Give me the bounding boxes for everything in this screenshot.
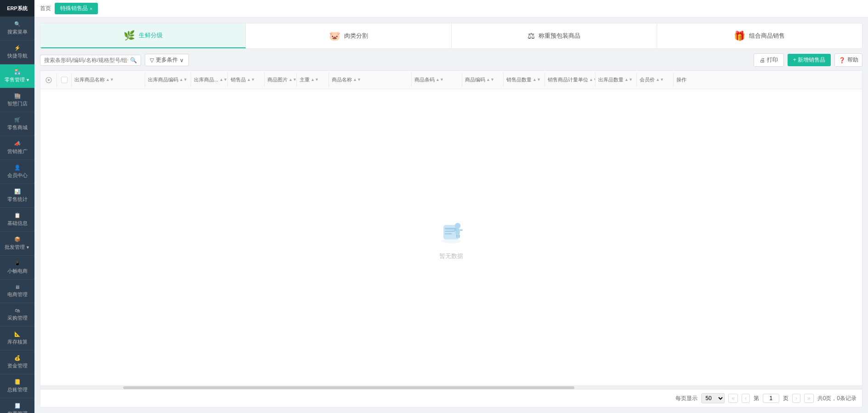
search-icon[interactable]: 🔍 [130, 57, 137, 63]
breadcrumb-home[interactable]: 首页 [40, 5, 51, 12]
sidebar-item-purchase-mgmt[interactable]: 🛍 采购管理 [0, 303, 34, 327]
sort-icon[interactable]: ▲▼ [656, 78, 664, 82]
sidebar-item-label: 电商管理 [7, 291, 28, 298]
first-page-button[interactable]: « [728, 394, 738, 403]
sidebar-item-label: 智慧门店 [7, 100, 28, 107]
sidebar-item-quick-nav[interactable]: ⚡ 快捷导航 [0, 40, 34, 64]
th-unit: 销售商品计量单位 ▲▼ [545, 73, 596, 87]
sort-icon[interactable]: ▲▼ [486, 78, 494, 82]
cat-tab-combo-sales[interactable]: 🎁 组合商品销售 [657, 23, 862, 48]
sort-icon[interactable]: ▲▼ [533, 78, 541, 82]
sidebar-item-inventory[interactable]: 📐 库存核算 [0, 327, 34, 350]
sort-icon[interactable]: ▲▼ [289, 78, 297, 82]
page-suffix: 页 [783, 395, 789, 402]
topbar: 首页 特殊销售品 × [34, 0, 868, 17]
sidebar-item-general-ledger[interactable]: 📒 总账管理 [0, 374, 34, 398]
sidebar-item-basic-info[interactable]: 📋 基础信息 [0, 208, 34, 232]
current-tab[interactable]: 特殊销售品 × [55, 3, 98, 14]
sort-icon[interactable]: ▲▼ [436, 78, 444, 82]
sidebar-item-retail-mgmt[interactable]: 🏪 零售管理 ▼ [0, 64, 34, 88]
cat-tab-label: 生鲜分级 [139, 31, 163, 40]
horizontal-scrollbar[interactable] [40, 385, 862, 389]
sidebar-item-label: 会员中心 [7, 172, 28, 179]
sort-icon[interactable]: ▲▼ [589, 78, 596, 82]
sort-icon[interactable]: ▲▼ [106, 78, 114, 82]
category-tabs: 🌿 生鲜分级 🐷 肉类分割 ⚖ 称重预包装商品 🎁 组合商品销售 [40, 23, 862, 49]
th-member-price: 会员价 ▲▼ [637, 73, 674, 87]
search-box[interactable]: 🔍 [40, 55, 141, 66]
sidebar-item-label: 发票管理 [7, 410, 28, 413]
svg-point-7 [455, 223, 460, 229]
filter-arrow-icon: ∨ [180, 57, 184, 63]
scale-prepack-icon: ⚖ [528, 31, 535, 41]
svg-rect-12 [459, 235, 460, 238]
add-sales-product-button[interactable]: + 新增销售品 [788, 54, 831, 66]
print-label: 打印 [767, 56, 778, 64]
th-sales-product: 销售品 ▲▼ [228, 73, 265, 87]
sidebar-item-ecom-mgmt[interactable]: 🖥 电商管理 [0, 280, 34, 303]
marketing-icon: 📣 [14, 141, 21, 147]
svg-point-1 [48, 79, 50, 81]
page-input[interactable] [763, 394, 779, 403]
help-button[interactable]: ❓ 帮助 [834, 53, 862, 67]
sort-icon[interactable]: ▲▼ [311, 78, 319, 82]
sidebar-item-invoice-mgmt[interactable]: 🧾 发票管理 [0, 398, 34, 413]
scrollbar-thumb[interactable] [123, 386, 574, 389]
sort-icon[interactable]: ▲▼ [247, 78, 255, 82]
search-input[interactable] [44, 57, 128, 63]
th-product-name: 商品名称 ▲▼ [329, 73, 412, 87]
filter-label: 更多条件 [156, 56, 178, 64]
th-outlet-code: 出库商品编码 ▲▼ [145, 73, 191, 87]
sidebar-item-label: 零售管理 [5, 76, 25, 83]
sort-icon[interactable]: ▲▼ [179, 78, 187, 82]
sidebar-item-marketing[interactable]: 📣 营销推广 [0, 136, 34, 160]
print-button[interactable]: 🖨 打印 [754, 53, 784, 67]
sidebar-item-label: 总账管理 [7, 386, 28, 393]
sort-icon[interactable]: ▲▼ [353, 78, 361, 82]
combo-sales-icon: 🎁 [734, 30, 745, 41]
svg-rect-11 [456, 235, 458, 238]
sidebar-item-retail-mall[interactable]: 🛒 零售商城 [0, 112, 34, 136]
general-ledger-icon: 📒 [14, 379, 21, 385]
cat-tab-label: 肉类分割 [344, 32, 368, 40]
prev-page-button[interactable]: ‹ [742, 394, 750, 403]
sidebar-item-label: 采购管理 [7, 315, 28, 321]
finance-icon: 💰 [14, 355, 21, 361]
tab-close-icon[interactable]: × [90, 6, 92, 11]
th-settings[interactable] [40, 73, 57, 87]
current-tab-label: 特殊销售品 [60, 5, 88, 12]
quick-nav-icon: ⚡ [14, 45, 21, 51]
cat-tab-meat-cut[interactable]: 🐷 肉类分割 [246, 23, 451, 48]
sidebar-item-search-menu[interactable]: 🔍 搜索菜单 [0, 17, 34, 40]
content-area: 🌿 生鲜分级 🐷 肉类分割 ⚖ 称重预包装商品 🎁 组合商品销售 🔍 [34, 17, 868, 413]
filter-button[interactable]: ▽ 更多条件 ∨ [145, 54, 189, 66]
last-page-button[interactable]: » [804, 394, 814, 403]
cat-tab-fresh-grade[interactable]: 🌿 生鲜分级 [40, 23, 246, 48]
sidebar-item-wholesale-mgmt[interactable]: 📦 批发管理 ▼ [0, 232, 34, 256]
sidebar-item-label: 快捷导航 [7, 52, 28, 59]
print-icon: 🖨 [760, 57, 765, 63]
sidebar-item-finance[interactable]: 💰 资金管理 [0, 350, 34, 374]
sidebar-item-smart-store[interactable]: 🏬 智慧门店 [0, 88, 34, 112]
cat-tab-label: 组合商品销售 [749, 32, 785, 40]
th-product-code: 商品编码 ▲▼ [462, 73, 504, 87]
th-outlet-name: 出库商品名称 ▲▼ [72, 73, 145, 87]
empty-illustration [433, 214, 470, 247]
cat-tab-scale-prepack[interactable]: ⚖ 称重预包装商品 [452, 23, 657, 48]
table-header: 出库商品名称 ▲▼ 出库商品编码 ▲▼ 出库商品... ▲▼ 销售品 ▲▼ 商品… [40, 71, 862, 89]
sidebar-item-member-center[interactable]: 👤 会员中心 [0, 160, 34, 184]
retail-mall-icon: 🛒 [14, 117, 21, 123]
th-barcode: 商品条码 ▲▼ [412, 73, 462, 87]
per-page-select[interactable]: 10 20 50 100 [701, 393, 725, 403]
sidebar-item-label: 小畅电商 [7, 268, 28, 275]
meat-cut-icon: 🐷 [329, 30, 340, 41]
sort-icon[interactable]: ▲▼ [219, 78, 227, 82]
next-page-button[interactable]: › [792, 394, 800, 403]
sidebar-item-retail-stats[interactable]: 📊 零售统计 [0, 184, 34, 208]
sort-icon[interactable]: ▲▼ [624, 78, 633, 82]
select-all-checkbox[interactable] [61, 77, 68, 83]
th-outlet-qty: 出库品数量 ▲▼ [596, 73, 637, 87]
th-sales-qty: 销售品数量 ▲▼ [504, 73, 545, 87]
th-checkbox[interactable] [57, 73, 72, 87]
sidebar-item-mini-ecom[interactable]: 📱 小畅电商 [0, 256, 34, 280]
